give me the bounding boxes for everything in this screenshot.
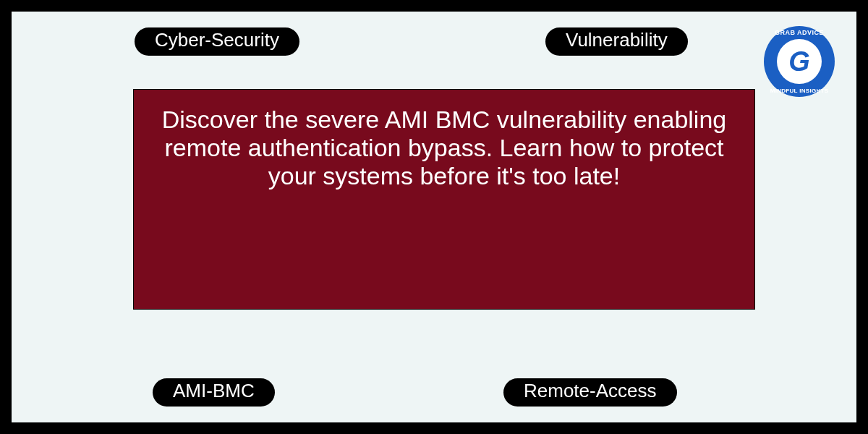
- logo-text-top: GRAB ADVICE: [764, 29, 835, 36]
- tag-ami-bmc[interactable]: AMI-BMC: [153, 378, 275, 407]
- tag-remote-access[interactable]: Remote-Access: [503, 378, 677, 407]
- tag-cyber-security[interactable]: Cyber-Security: [135, 27, 299, 56]
- content-frame: Cyber-Security Vulnerability Discover th…: [12, 12, 856, 422]
- logo-ring: GRAB ADVICE G MINDFUL INSIGHTS: [764, 26, 835, 97]
- brand-logo: GRAB ADVICE G MINDFUL INSIGHTS: [764, 26, 835, 97]
- logo-letter: G: [788, 48, 810, 75]
- logo-inner: G: [777, 39, 822, 84]
- logo-text-bottom: MINDFUL INSIGHTS: [764, 88, 835, 94]
- tag-label: Cyber-Security: [155, 29, 279, 51]
- hero-text: Discover the severe AMI BMC vulnerabilit…: [154, 106, 734, 190]
- hero-panel: Discover the severe AMI BMC vulnerabilit…: [133, 89, 755, 310]
- tag-label: AMI-BMC: [173, 380, 255, 401]
- tag-vulnerability[interactable]: Vulnerability: [545, 27, 688, 56]
- tag-label: Vulnerability: [566, 29, 668, 51]
- tag-label: Remote-Access: [524, 380, 657, 401]
